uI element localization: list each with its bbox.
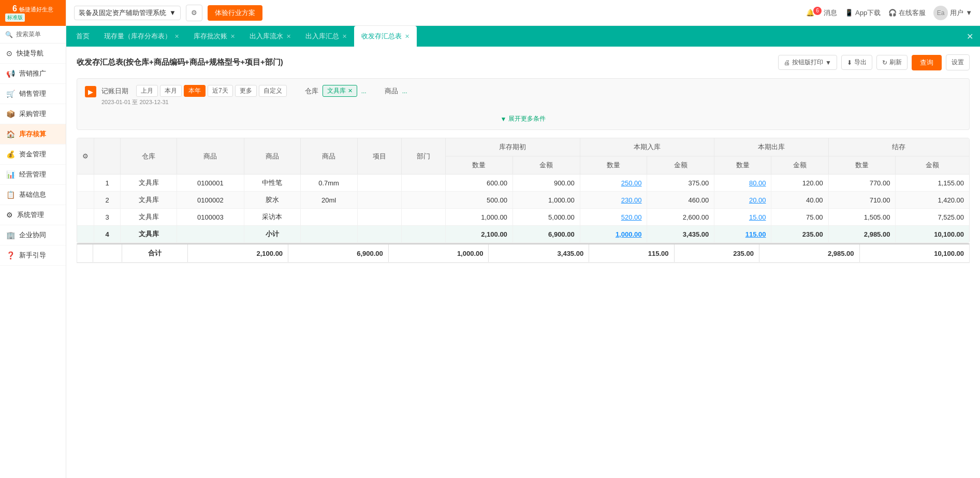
row-in-qty[interactable]: 1,000.00 — [580, 226, 647, 243]
sidebar-item-basic-info[interactable]: 📋 基础信息 — [0, 185, 66, 205]
online-service-btn[interactable]: 🎧 在线客服 — [888, 8, 926, 18]
tabbar-close-btn[interactable]: ✕ — [962, 32, 977, 41]
user-menu[interactable]: Ea 用户 ▼ — [933, 6, 972, 20]
warehouse-more-btn[interactable]: ... — [361, 88, 367, 95]
row-goods: 小计 — [244, 226, 300, 243]
goods-more-btn[interactable]: ... — [402, 88, 407, 95]
row-project — [357, 192, 401, 209]
row-settings[interactable] — [77, 209, 94, 226]
date-btn-7days[interactable]: 近7天 — [208, 85, 233, 97]
warehouse-filter-label: 仓库 — [305, 86, 318, 96]
row-out-qty[interactable]: 15.00 — [714, 209, 771, 226]
date-btn-this-month[interactable]: 本月 — [160, 85, 182, 97]
row-spec — [300, 226, 357, 243]
row-spec: 0.7mm — [300, 175, 357, 192]
tab-label: 出入库流水 — [250, 32, 283, 41]
row-warehouse: 文具库 — [121, 192, 177, 209]
tab-close-btn[interactable]: ✕ — [405, 33, 409, 40]
online-service-label: 在线客服 — [899, 8, 926, 18]
tab-close-btn[interactable]: ✕ — [342, 33, 347, 40]
topbar-right: 🔔 6 消息 📱 App下载 🎧 在线客服 Ea 用户 ▼ — [806, 6, 972, 20]
date-btn-more[interactable]: 更多 — [235, 85, 257, 97]
tab-receipt-summary[interactable]: 收发存汇总表 ✕ — [354, 26, 417, 47]
logo-text: 畅捷通好生意 — [19, 6, 53, 13]
notification-btn[interactable]: 🔔 6 消息 — [806, 8, 837, 18]
table-row: 1文具库0100001中性笔0.7mm600.00900.00250.00375… — [77, 175, 969, 192]
sidebar-item-finance[interactable]: 💰 资金管理 — [0, 144, 66, 165]
row-in-amt: 375.00 — [647, 175, 714, 192]
row-dept — [401, 192, 445, 209]
row-no: 4 — [94, 226, 121, 243]
expand-more-btn[interactable]: ▼ 展开更多条件 — [501, 114, 546, 123]
col-project-header: 项目 — [357, 138, 401, 175]
row-out-qty[interactable]: 115.00 — [714, 226, 771, 243]
date-btn-prev-month[interactable]: 上月 — [136, 85, 158, 97]
row-out-qty[interactable]: 20.00 — [714, 192, 771, 209]
date-btn-this-year[interactable]: 本年 — [184, 85, 206, 97]
tab-close-btn[interactable]: ✕ — [230, 33, 235, 40]
print-btn[interactable]: 🖨 按钮版打印 ▼ — [778, 55, 837, 70]
app-download-btn[interactable]: 📱 App下载 — [845, 8, 881, 18]
col-in-amt-header: 金额 — [647, 156, 714, 175]
row-settings[interactable] — [77, 226, 94, 243]
filter-collapse-btn[interactable]: ▶ — [85, 86, 96, 97]
sidebar-item-system[interactable]: ⚙ 系统管理 — [0, 205, 66, 225]
system-icon: ⚙ — [6, 211, 13, 219]
gear-icon: ⚙ — [191, 9, 197, 17]
refresh-btn[interactable]: ↻ 刷新 — [876, 55, 908, 70]
col-code-header: 商品 — [177, 138, 244, 175]
row-out-qty[interactable]: 80.00 — [714, 175, 771, 192]
sidebar-item-quick-nav[interactable]: ⊙ 快捷导航 — [0, 44, 66, 64]
sidebar-item-sales[interactable]: 🛒 销售管理 — [0, 84, 66, 104]
notification-badge: 6 — [813, 7, 822, 15]
system-select[interactable]: 装备及固定资产辅助管理系统 ▼ — [74, 6, 181, 20]
tab-close-btn[interactable]: ✕ — [286, 33, 291, 40]
col-out-qty-header: 数量 — [714, 156, 771, 175]
tab-inventory-dist[interactable]: 现存量（库存分布表） ✕ — [97, 26, 186, 47]
warehouse-tag-remove[interactable]: ✕ — [348, 88, 353, 94]
tab-home[interactable]: 首页 — [69, 26, 97, 47]
tab-in-out-summary[interactable]: 出入库汇总 ✕ — [298, 26, 354, 47]
col-balance-header: 结存 — [828, 138, 969, 156]
row-settings[interactable] — [77, 175, 94, 192]
tab-batch-ledger[interactable]: 库存批次账 ✕ — [186, 26, 242, 47]
col-open-amt-header: 金额 — [513, 156, 580, 175]
filter-row: 记账日期 上月 本月 本年 近7天 更多 自定义 仓库 文具库 — [101, 85, 961, 97]
settings-btn[interactable]: 设置 — [946, 54, 970, 70]
col-opening-header: 库存期初 — [446, 138, 580, 156]
row-settings[interactable] — [77, 192, 94, 209]
topbar-settings-btn[interactable]: ⚙ — [186, 5, 202, 21]
row-in-qty[interactable]: 250.00 — [580, 175, 647, 192]
trial-btn[interactable]: 体验行业方案 — [208, 5, 262, 21]
col-settings-header[interactable]: ⚙ — [77, 138, 94, 175]
row-goods: 中性笔 — [244, 175, 300, 192]
date-btn-custom[interactable]: 自定义 — [259, 85, 287, 97]
sidebar-item-marketing[interactable]: 📢 营销推广 — [0, 64, 66, 84]
sidebar-item-purchase[interactable]: 📦 采购管理 — [0, 104, 66, 124]
sidebar-item-inventory[interactable]: 🏠 库存核算 — [0, 124, 66, 144]
row-bal-qty: 710.00 — [828, 192, 896, 209]
row-in-qty[interactable]: 230.00 — [580, 192, 647, 209]
footer-empty2 — [93, 244, 122, 263]
inventory-icon: 🏠 — [6, 130, 15, 138]
row-project — [357, 226, 401, 243]
enterprise-icon: 🏢 — [6, 231, 15, 239]
row-bal-qty: 1,505.00 — [828, 209, 896, 226]
tab-close-btn[interactable]: ✕ — [174, 33, 179, 40]
tab-label: 库存批次账 — [194, 32, 227, 41]
sidebar-item-guide[interactable]: ❓ 新手引导 — [0, 245, 66, 266]
main-area: 装备及固定资产辅助管理系统 ▼ ⚙ 体验行业方案 🔔 6 消息 📱 App下载 … — [66, 0, 980, 478]
footer-bal-qty: 2,985.00 — [759, 244, 859, 263]
export-btn[interactable]: ⬇ 导出 — [841, 55, 872, 70]
query-btn[interactable]: 查询 — [912, 55, 942, 70]
row-project — [357, 175, 401, 192]
col-dept-header: 部门 — [401, 138, 445, 175]
sidebar-item-enterprise[interactable]: 🏢 企业协同 — [0, 225, 66, 245]
search-menu[interactable]: 🔍 搜索菜单 — [0, 26, 66, 44]
row-bal-amt: 1,420.00 — [896, 192, 969, 209]
sidebar-item-operations[interactable]: 📊 经营管理 — [0, 165, 66, 185]
search-label: 搜索菜单 — [16, 30, 41, 39]
row-spec — [300, 209, 357, 226]
tab-in-out-flow[interactable]: 出入库流水 ✕ — [242, 26, 298, 47]
row-in-qty[interactable]: 520.00 — [580, 209, 647, 226]
